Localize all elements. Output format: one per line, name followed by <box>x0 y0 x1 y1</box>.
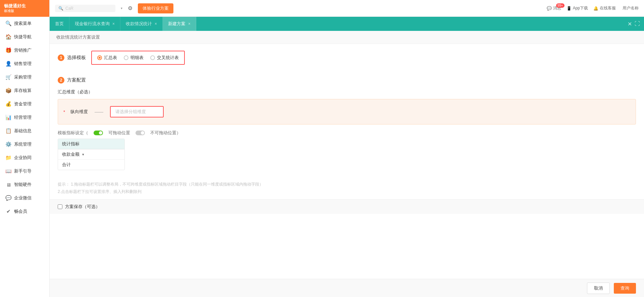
sidebar-item-member[interactable]: ✔ 畅会员 <box>0 205 49 218</box>
required-mark: * <box>63 109 65 114</box>
radio-detail[interactable]: 明细表 <box>124 55 144 61</box>
dimension-select[interactable]: 请选择分组维度 <box>110 106 164 117</box>
tab-new-plan[interactable]: 新建方案 × <box>163 17 196 31</box>
notification-badge: 99+ <box>556 3 565 8</box>
sidebar-item-marketing[interactable]: 🎁 营销推广 <box>0 44 49 57</box>
sidebar-item-inventory[interactable]: 📦 库存核算 <box>0 84 49 97</box>
sidebar-item-label: 经营管理 <box>14 114 32 120</box>
radio-summary-label: 汇总表 <box>104 55 117 61</box>
tab-cash-flow[interactable]: 现金银行流水查询 × <box>69 17 120 31</box>
dropdown-arrow-icon[interactable]: ▾ <box>121 6 122 10</box>
sidebar-item-label: 库存核算 <box>14 88 32 94</box>
drag-label: 可拖动位置 <box>108 130 130 136</box>
app-label: App下载 <box>573 5 588 11</box>
drag-toggle[interactable] <box>94 131 103 135</box>
tab-bar: 首页 现金银行流水查询 × 收款情况统计 × 新建方案 × ✕ ⛶ <box>50 17 644 31</box>
dimension-row: * 纵向维度 —— 请选择分组维度 <box>63 106 630 117</box>
tab-home[interactable]: 首页 <box>50 17 69 31</box>
tab-close-collection-stat[interactable]: × <box>155 21 157 26</box>
sidebar-item-newbie[interactable]: 📖 新手引导 <box>0 164 49 178</box>
online-service-button[interactable]: 🔔 在线客服 <box>593 5 616 11</box>
check-icon: ✔ <box>5 208 11 214</box>
tab-close-icon[interactable]: ✕ <box>628 21 632 27</box>
top-header: 🔍 CaR ▾ ⚙ 体验行业方案 💬 消息 99+ 📱 App下载 🔔 在线客服… <box>50 0 644 17</box>
gear-icon: ⚙️ <box>5 141 11 147</box>
section1-header: 1 选择模板 汇总表 明细表 交叉统计 <box>58 51 636 65</box>
sidebar-item-search-menu[interactable]: 🔍 搜索菜单 <box>0 17 49 30</box>
tab-close-new-plan[interactable]: × <box>188 21 191 26</box>
dimension-area: * 纵向维度 —— 请选择分组维度 <box>58 99 636 125</box>
settings-icon[interactable]: ⚙ <box>128 5 132 11</box>
cart-icon: 🛒 <box>5 74 11 80</box>
dimension-title-text: 汇总维度（必选） <box>58 89 93 94</box>
radio-cross-circle <box>150 55 155 60</box>
dimension-name-label: 纵向维度 <box>70 109 88 115</box>
home-icon: 🏠 <box>5 34 11 40</box>
sidebar-item-label: 搜索菜单 <box>14 20 32 27</box>
main-area: 🔍 CaR ▾ ⚙ 体验行业方案 💬 消息 99+ 📱 App下载 🔔 在线客服… <box>50 0 644 297</box>
save-checkbox[interactable] <box>58 204 62 209</box>
save-section: 方案保存（可选） <box>50 199 644 214</box>
radio-summary[interactable]: 汇总表 <box>97 55 117 61</box>
radio-group-template: 汇总表 明细表 交叉统计表 <box>97 55 179 61</box>
metrics-header-label: 统计指标 <box>62 141 79 146</box>
tab-new-plan-label: 新建方案 <box>168 21 185 27</box>
industry-button[interactable]: 体验行业方案 <box>138 3 173 13</box>
radio-cross[interactable]: 交叉统计表 <box>150 55 179 61</box>
page-title: 收款情况统计方案设置 <box>56 35 100 40</box>
sidebar-item-purchase[interactable]: 🛒 采购管理 <box>0 70 49 84</box>
tab-collection-stat-label: 收款情况统计 <box>126 21 152 27</box>
sidebar-item-operations[interactable]: 📊 经营管理 <box>0 111 49 124</box>
sidebar-item-quick-nav[interactable]: 🏠 快捷导航 <box>0 30 49 44</box>
sidebar-item-sales[interactable]: 👤 销售管理 <box>0 57 49 70</box>
radio-cross-label: 交叉统计表 <box>157 55 179 61</box>
logo-sub-text: 标准版 <box>4 9 26 13</box>
dimension-area-title: 汇总维度（必选） <box>58 89 636 95</box>
cancel-button[interactable]: 取消 <box>587 283 610 294</box>
sidebar-item-wechat[interactable]: 💬 企业微信 <box>0 191 49 205</box>
notification-button[interactable]: 💬 消息 99+ <box>547 5 561 11</box>
sidebar-item-label: 快捷导航 <box>14 34 32 40</box>
sidebar-item-system[interactable]: ⚙️ 系统管理 <box>0 138 49 151</box>
radio-summary-circle <box>97 55 102 60</box>
sidebar-item-finance[interactable]: 💰 资金管理 <box>0 97 49 111</box>
chart-icon: 📊 <box>5 114 11 120</box>
sidebar-item-enterprise-collab[interactable]: 📁 企业协同 <box>0 151 49 164</box>
footer-bar: 取消 查询 <box>50 279 644 297</box>
sidebar-item-label: 新手引导 <box>14 168 32 174</box>
metrics-subtotal: 合计 <box>58 159 124 170</box>
header-actions: 💬 消息 99+ 📱 App下载 🔔 在线客服 用户名称 <box>547 5 639 11</box>
monitor-icon: 🖥 <box>5 182 11 188</box>
tab-close-cash-flow[interactable]: × <box>112 21 115 26</box>
sidebar-item-label: 畅会员 <box>14 208 27 214</box>
dimension-arrow-icon: —— <box>95 109 103 114</box>
drag-toggle-indicator <box>94 131 103 135</box>
app-download-button[interactable]: 📱 App下载 <box>567 5 588 11</box>
chat-icon: 💬 <box>5 195 11 201</box>
sidebar-item-smart-hw[interactable]: 🖥 智能硬件 <box>0 178 49 191</box>
metrics-row-amount[interactable]: 收款金额 ▾ <box>58 149 124 159</box>
tab-expand-icon[interactable]: ⛶ <box>635 21 640 27</box>
section1-num: 1 <box>58 54 64 61</box>
metrics-dropdown-icon[interactable]: ▾ <box>82 152 84 157</box>
dimension-placeholder: 请选择分组维度 <box>115 109 146 114</box>
sidebar-item-label: 企业微信 <box>14 195 32 201</box>
metrics-subtotal-label: 合计 <box>62 162 71 167</box>
nodrag-label: 不可拖动位置） <box>150 130 181 136</box>
tab-collection-stat[interactable]: 收款情况统计 × <box>120 17 163 31</box>
user-info[interactable]: 用户名称 <box>621 5 639 11</box>
sidebar-item-label: 资金管理 <box>14 101 32 107</box>
query-button[interactable]: 查询 <box>614 283 636 294</box>
sidebar-item-label: 智能硬件 <box>14 182 32 188</box>
section2-config: 2 方案配置 汇总维度（必选） * 纵向维度 —— 请选择分组维度 <box>50 77 644 177</box>
gift-icon: 🎁 <box>5 47 11 53</box>
sidebar-item-label: 营销推广 <box>14 47 32 53</box>
nodrag-toggle[interactable] <box>136 131 145 135</box>
search-bar[interactable]: 🔍 CaR <box>55 5 115 12</box>
user-name: 用户名称 <box>623 5 639 11</box>
service-icon: 🔔 <box>593 6 598 11</box>
search-icon: 🔍 <box>58 6 63 11</box>
sidebar-item-basic-info[interactable]: 📋 基础信息 <box>0 124 49 138</box>
message-icon: 💬 <box>547 6 552 11</box>
metrics-config-title: 模板指标设定（ <box>58 130 88 136</box>
